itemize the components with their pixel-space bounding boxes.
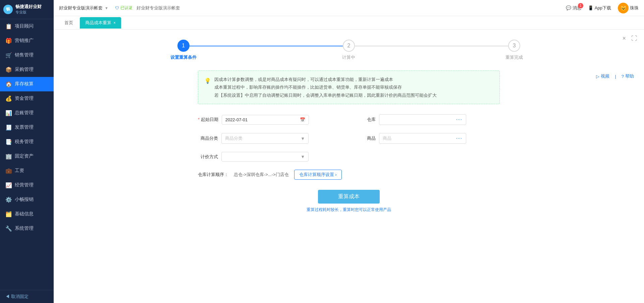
- assets-icon: 🏢: [5, 153, 12, 160]
- pricing-field: 计价方式 ▼: [198, 152, 342, 162]
- sidebar-item-salary[interactable]: 💼 工资: [0, 164, 54, 178]
- sidebar-item-label: 库存核算: [15, 81, 34, 87]
- sidebar-item-label: 税务管理: [15, 139, 34, 145]
- recalc-button[interactable]: 重算成本: [318, 190, 380, 204]
- info-icon: 💡: [204, 76, 211, 99]
- step-3-number: 3: [513, 43, 516, 49]
- expand-button[interactable]: ⛶: [631, 35, 637, 42]
- start-date-label: 起始日期: [198, 117, 218, 123]
- accounting-icon: 📊: [5, 110, 12, 116]
- play-icon: ▷: [596, 74, 599, 79]
- category-placeholder: 商品分类: [225, 135, 243, 141]
- sales-icon: 🛒: [5, 52, 12, 58]
- help-label: 帮助: [625, 73, 634, 79]
- phone-icon: 📱: [588, 5, 593, 10]
- sidebar-item-label: 固定资产: [15, 153, 34, 159]
- sidebar-item-sales[interactable]: 🛒 销售管理: [0, 48, 54, 62]
- help-links: ▷ 视频 | ? 帮助: [596, 73, 634, 79]
- user-profile[interactable]: 🐱 珠珠: [618, 3, 639, 13]
- warehouse-more-icon[interactable]: ···: [456, 117, 463, 123]
- pricing-label: 计价方式: [198, 154, 218, 160]
- content-area: × ⛶ 1 设置重算条件 2 计算中 3: [54, 30, 644, 303]
- sidebar-item-label: 发票管理: [15, 124, 34, 130]
- step-1-label: 设置重算条件: [170, 54, 197, 60]
- finance-icon: 💰: [5, 95, 12, 102]
- sidebar-item-label: 采购管理: [15, 67, 34, 73]
- sidebar-item-inventory[interactable]: 🏠 库存核算: [0, 77, 54, 91]
- step-3-label: 重算完成: [505, 54, 523, 60]
- message-button[interactable]: 💬 消息 1: [566, 5, 581, 11]
- sidebar-item-project[interactable]: 📋 项目顾问: [0, 19, 54, 34]
- app-download-button[interactable]: 📱 App下载: [588, 5, 611, 11]
- video-link[interactable]: ▷ 视频: [596, 73, 609, 79]
- shield-icon: 🛡: [115, 6, 119, 10]
- product-placeholder: 商品: [383, 135, 391, 141]
- category-select[interactable]: 商品分类 ▼: [221, 133, 309, 144]
- steps-container: 1 设置重算条件 2 计算中 3 重算完成: [67, 40, 631, 60]
- help-link[interactable]: ? 帮助: [622, 73, 634, 79]
- recalc-tip: 重算过程耗时较长，重算时您可以正常使用产品: [198, 207, 500, 213]
- account-dropdown-icon: ▼: [105, 6, 108, 10]
- sidebar-item-tax[interactable]: 📑 税务管理: [0, 135, 54, 149]
- sidebar-item-invoice[interactable]: 🧾 发票管理: [0, 120, 54, 135]
- product-input[interactable]: 商品 ···: [379, 133, 466, 144]
- tab-recalc[interactable]: 商品成本重算 ×: [80, 17, 121, 29]
- sidebar-item-marketing[interactable]: 🎁 营销推广: [0, 34, 54, 48]
- topbar-right: 💬 消息 1 📱 App下载 🐱 珠珠: [566, 3, 639, 13]
- sidebar-brand: 畅捷通好业财: [15, 4, 42, 10]
- category-label: 商品分类: [198, 135, 218, 141]
- info-line-2: 成本重算过程中，影响库存账的操作均不能操作，比如进货单、销货单、库存单据不能审核…: [214, 83, 437, 91]
- sidebar-item-system[interactable]: 🔧 系统管理: [0, 221, 54, 236]
- sidebar-item-assets[interactable]: 🏢 固定资产: [0, 149, 54, 164]
- sidebar-item-expense[interactable]: ⚙️ 小畅报销: [0, 192, 54, 207]
- sidebar-item-accounting[interactable]: 📊 总账管理: [0, 106, 54, 120]
- sidebar-item-finance[interactable]: 💰 资金管理: [0, 91, 54, 106]
- tab-close-icon[interactable]: ×: [113, 20, 116, 25]
- system-icon: 🔧: [5, 225, 12, 232]
- sidebar: 畅 畅捷通好业财 专业版 📋 项目顾问 🎁 营销推广 🛒 销售管理 📦 采购管理…: [0, 0, 54, 303]
- pin-toggle-label: ◀ 取消固定: [5, 294, 29, 300]
- form-section: 💡 因成本计算参数调整，或是对商品成本有疑问时，可以通过成本重算功能，重新计算一…: [198, 71, 500, 213]
- topbar-account-full-name: 好业财专业版演示帐套: [137, 5, 180, 11]
- form-row-2: 商品分类 商品分类 ▼ 商品 商品 ···: [198, 133, 500, 144]
- account-selector[interactable]: 好业财专业版演示帐套 ▼: [59, 5, 108, 11]
- tax-icon: 📑: [5, 139, 12, 145]
- inventory-icon: 🏠: [5, 81, 12, 87]
- tab-recalc-label: 商品成本重算: [85, 20, 111, 26]
- sidebar-item-purchase[interactable]: 📦 采购管理: [0, 62, 54, 77]
- salary-icon: 💼: [5, 168, 12, 174]
- message-icon: 💬: [566, 5, 571, 10]
- form-row-1: 起始日期 2022-07-01 📅 仓库 ···: [198, 114, 500, 125]
- verified-text: 已认证: [120, 5, 132, 11]
- warehouse-order-row: 仓库计算顺序： 总仓->深圳仓库->...->门店仓 仓库计算顺序设置 ›: [198, 170, 500, 180]
- sidebar-item-label: 项目顾问: [15, 23, 34, 29]
- tab-home[interactable]: 首页: [59, 17, 78, 29]
- avatar: 🐱: [618, 3, 629, 13]
- sidebar-item-label: 营销推广: [15, 38, 34, 44]
- sidebar-item-basic[interactable]: 🗂️ 基础信息: [0, 207, 54, 221]
- warehouse-order-settings-button[interactable]: 仓库计算顺序设置 ›: [294, 170, 342, 180]
- question-icon: ?: [622, 74, 624, 79]
- sidebar-pin-toggle[interactable]: ◀ 取消固定: [0, 290, 54, 303]
- product-more-icon[interactable]: ···: [456, 135, 463, 141]
- info-line-3: 若【系统设置】中启用了自动调整记账日期时，会调整入库单的整单记账日期，因此重新计…: [214, 91, 437, 99]
- step-1: 1 设置重算条件: [101, 40, 266, 60]
- sidebar-item-label: 工资: [15, 168, 24, 174]
- start-date-field: 起始日期 2022-07-01 📅: [198, 115, 342, 125]
- step-2: 2 计算中: [266, 40, 431, 60]
- warehouse-input[interactable]: ···: [379, 114, 466, 125]
- tab-home-label: 首页: [64, 20, 73, 25]
- operations-icon: 📈: [5, 182, 12, 188]
- divider: |: [615, 74, 616, 79]
- app-download-label: App下载: [595, 5, 611, 11]
- pricing-select[interactable]: ▼: [221, 152, 309, 162]
- step-2-label: 计算中: [342, 54, 355, 60]
- sidebar-item-label: 小畅报销: [15, 197, 34, 203]
- calendar-icon[interactable]: 📅: [300, 117, 305, 122]
- sidebar-item-label: 经营管理: [15, 182, 34, 188]
- recalc-section: 重算成本 重算过程耗时较长，重算时您可以正常使用产品: [198, 190, 500, 213]
- sidebar-item-label: 总账管理: [15, 110, 34, 116]
- sidebar-item-operations[interactable]: 📈 经营管理: [0, 178, 54, 192]
- username: 珠珠: [630, 5, 639, 11]
- start-date-input[interactable]: 2022-07-01 📅: [222, 115, 309, 125]
